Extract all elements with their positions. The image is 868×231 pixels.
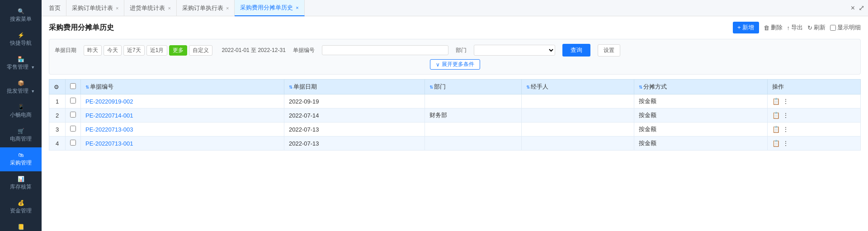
- row-actions: 📋 ⋮: [767, 123, 860, 137]
- th-actions: 操作: [767, 80, 860, 94]
- expand-conditions-button[interactable]: ∨ 展开更多条件: [430, 59, 480, 70]
- settings-button[interactable]: 设置: [598, 44, 620, 57]
- doc-no-link[interactable]: PE-20220919-002: [85, 98, 133, 105]
- sort-icon-doc-date: ⇅: [289, 85, 292, 90]
- more-icon[interactable]: ⋮: [783, 140, 789, 147]
- search-icon: 🔍: [18, 8, 24, 14]
- more-icon[interactable]: ⋮: [783, 112, 789, 119]
- more-icon[interactable]: ⋮: [783, 126, 789, 133]
- show-columns-checkbox[interactable]: 显示明细: [830, 24, 861, 32]
- row-checkbox[interactable]: [70, 140, 76, 146]
- tab-expense-split-close[interactable]: ×: [296, 5, 298, 10]
- tab-inbound-summary[interactable]: 进货单统计表 ×: [124, 0, 176, 16]
- row-doc-date: 2022-07-13: [284, 123, 425, 137]
- date-btn-yesterday[interactable]: 昨天: [84, 45, 102, 56]
- tab-purchase-exec-close[interactable]: ×: [226, 5, 229, 11]
- filter-line-1: 单据日期 昨天 今天 近7天 近1月 更多 自定义 2022-01-01 至 2…: [55, 44, 855, 57]
- th-doc-no[interactable]: ⇅ 单据编号: [81, 80, 284, 94]
- doc-no-link[interactable]: PE-20220713-001: [85, 140, 133, 147]
- tab-home[interactable]: 首页: [45, 0, 66, 16]
- th-split-method[interactable]: ⇅ 分摊方式: [634, 80, 767, 94]
- query-button[interactable]: 查询: [562, 44, 590, 57]
- select-all-checkbox[interactable]: [70, 83, 76, 89]
- sort-icon-doc-no: ⇅: [85, 85, 89, 90]
- refresh-button[interactable]: ↻ 刷新: [807, 24, 826, 32]
- sort-icon-handler: ⇅: [526, 85, 530, 90]
- date-btn-today[interactable]: 今天: [104, 45, 122, 56]
- add-button[interactable]: + 新增: [733, 22, 759, 33]
- edit-icon[interactable]: 📋: [772, 112, 780, 119]
- row-actions: 📋 ⋮: [767, 108, 860, 123]
- edit-icon[interactable]: 📋: [772, 98, 780, 105]
- row-checkbox[interactable]: [70, 126, 76, 132]
- tab-expense-split-label: 采购费用分摊单历史: [240, 4, 293, 12]
- row-check[interactable]: [66, 94, 81, 108]
- retail-icon: 🏪: [18, 56, 24, 62]
- date-btn-7days[interactable]: 近7天: [123, 45, 145, 56]
- sidebar-item-quicknav[interactable]: ⚡ 快捷导航: [0, 28, 42, 52]
- wholesale-icon: 📦: [18, 80, 24, 86]
- sidebar-item-ledger[interactable]: 📒 总账管理: [0, 219, 42, 231]
- sidebar-label-ecommerce: 电商管理: [10, 135, 32, 143]
- tab-purchase-summary[interactable]: 采购订单统计表 ×: [66, 0, 124, 16]
- more-icon[interactable]: ⋮: [783, 98, 789, 105]
- quicknav-icon: ⚡: [18, 32, 24, 38]
- edit-icon[interactable]: 📋: [772, 140, 780, 147]
- delete-button[interactable]: 🗑 删除: [764, 24, 783, 32]
- date-btn-more[interactable]: 更多: [169, 45, 187, 56]
- edit-icon[interactable]: 📋: [772, 126, 780, 133]
- tab-expense-split[interactable]: 采购费用分摊单历史 ×: [235, 0, 304, 16]
- row-doc-date: 2022-07-14: [284, 108, 425, 123]
- row-checkbox[interactable]: [70, 112, 76, 118]
- tab-purchase-summary-close[interactable]: ×: [116, 5, 118, 11]
- row-handler: [521, 108, 634, 123]
- row-actions: 📋 ⋮: [767, 137, 860, 151]
- sidebar-item-purchase[interactable]: 🛍 采购管理: [0, 147, 42, 171]
- close-all-tab-icon[interactable]: ×: [851, 4, 855, 12]
- th-dept[interactable]: ⇅ 部门: [425, 80, 521, 94]
- sidebar: 🔍 搜索菜单 ⚡ 快捷导航 🏪 零售管理 ▼ 📦 批发管理 ▼ 📱 小畅电商 🛒…: [0, 0, 42, 231]
- sidebar-item-retail[interactable]: 🏪 零售管理 ▼: [0, 52, 42, 75]
- sidebar-item-search[interactable]: 🔍 搜索菜单: [0, 4, 42, 28]
- row-check[interactable]: [66, 123, 81, 137]
- sidebar-item-wholesale[interactable]: 📦 批发管理 ▼: [0, 75, 42, 99]
- sidebar-item-finance[interactable]: 💰 资金管理: [0, 195, 42, 219]
- export-button[interactable]: ↑ 导出: [787, 24, 803, 32]
- content-area: 采购费用分摊单历史 + 新增 🗑 删除 ↑ 导出 ↻ 刷新 显示明细: [42, 16, 868, 231]
- doc-no-link[interactable]: PE-20220714-001: [85, 112, 133, 119]
- tab-inbound-summary-close[interactable]: ×: [168, 5, 170, 11]
- tab-home-label: 首页: [49, 4, 61, 12]
- tab-purchase-summary-label: 采购订单统计表: [72, 4, 113, 12]
- row-num: 2: [49, 108, 66, 123]
- row-checkbox[interactable]: [70, 98, 76, 104]
- page-title: 采购费用分摊单历史: [49, 23, 114, 33]
- sidebar-item-miniapp[interactable]: 📱 小畅电商: [0, 99, 42, 123]
- dept-select[interactable]: [474, 45, 555, 56]
- sidebar-label-inventory: 库存核算: [10, 183, 32, 191]
- date-quick-btns: 昨天 今天 近7天 近1月 更多 自定义: [84, 45, 212, 56]
- row-actions: 📋 ⋮: [767, 94, 860, 108]
- th-gear[interactable]: ⚙: [49, 80, 66, 94]
- tab-purchase-exec[interactable]: 采购订单执行表 ×: [177, 0, 235, 16]
- date-label: 单据日期: [55, 47, 76, 54]
- th-doc-date[interactable]: ⇅ 单据日期: [284, 80, 425, 94]
- doc-no-input[interactable]: [322, 45, 448, 55]
- th-handler[interactable]: ⇅ 经手人: [521, 80, 634, 94]
- fullscreen-icon[interactable]: ⤢: [859, 4, 864, 12]
- date-btn-custom[interactable]: 自定义: [189, 45, 212, 56]
- doc-no-link[interactable]: PE-20220713-003: [85, 126, 133, 133]
- sort-icon-dept: ⇅: [429, 85, 433, 90]
- table-row: 4 PE-20220713-001 2022-07-13 按金额 📋 ⋮: [49, 137, 861, 151]
- row-check[interactable]: [66, 108, 81, 123]
- tab-purchase-exec-label: 采购订单执行表: [182, 4, 223, 12]
- refresh-icon: ↻: [807, 24, 812, 31]
- sidebar-item-ecommerce[interactable]: 🛒 电商管理: [0, 123, 42, 147]
- sidebar-label-miniapp: 小畅电商: [10, 111, 32, 119]
- date-btn-1month[interactable]: 近1月: [146, 45, 168, 56]
- row-check[interactable]: [66, 137, 81, 151]
- show-columns-input[interactable]: [830, 25, 836, 31]
- sort-icon-split: ⇅: [639, 85, 642, 90]
- main-area: 首页 采购订单统计表 × 进货单统计表 × 采购订单执行表 × 采购费用分摊单历…: [42, 0, 868, 231]
- sidebar-item-inventory[interactable]: 📊 库存核算: [0, 171, 42, 195]
- row-doc-no: PE-20220919-002: [81, 94, 284, 108]
